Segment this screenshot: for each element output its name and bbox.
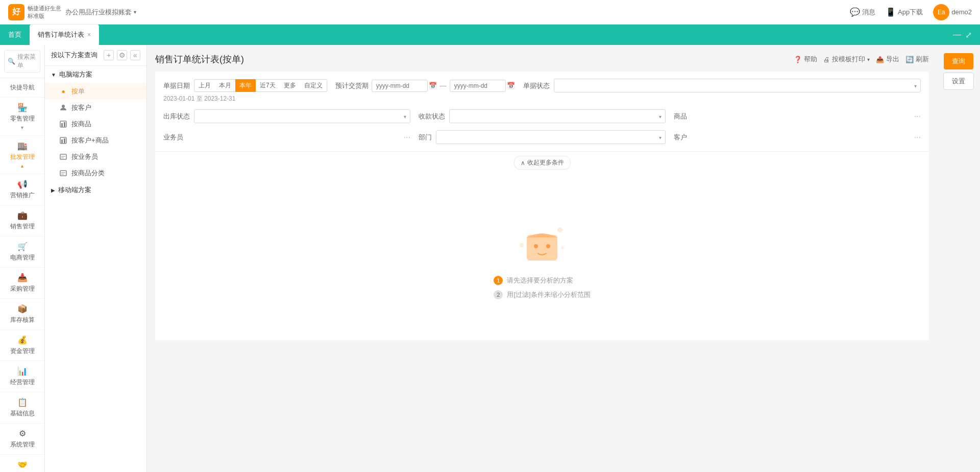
sidebar-item-enterprise[interactable]: 🤝 企业协同: [0, 455, 44, 472]
empty-illustration: [511, 215, 573, 266]
sidebar: 🔍 搜索菜单 快捷导航 🏪 零售管理 ▼ 🏬 批发管理 ▲ 📢 营销推广: [0, 45, 45, 472]
sidebar-item-sales[interactable]: 💼 销售管理: [0, 205, 44, 237]
sales-icon: 💼: [17, 210, 28, 220]
salesperson-more-icon[interactable]: ···: [404, 133, 410, 142]
scheme-panel-actions: + ⚙ «: [104, 50, 140, 60]
scheme-customer-icon: [59, 104, 67, 112]
scheme-item-by-goods[interactable]: 按商品: [45, 116, 146, 132]
empty-tip-2: 2 用[过滤]条件来缩小分析范围: [494, 290, 590, 299]
payment-status-select-wrap: ▾: [449, 109, 666, 123]
date-custom-button[interactable]: 自定义: [300, 79, 327, 92]
sidebar-item-inventory[interactable]: 📦 库存核算: [0, 299, 44, 330]
delivery-date-label: 预计交货期: [335, 81, 369, 90]
tab-home[interactable]: 首页: [0, 25, 30, 45]
export-icon: 📤: [876, 56, 884, 63]
department-select-wrap: ▾: [436, 130, 666, 144]
user-menu[interactable]: Ea demo2: [933, 4, 972, 20]
refresh-icon: 🔄: [905, 56, 914, 63]
sidebar-item-system[interactable]: ⚙ 系统管理: [0, 423, 44, 455]
print-button[interactable]: 🖨 按模板打印 ▾: [823, 55, 870, 64]
settings-button[interactable]: 设置: [943, 73, 974, 90]
enterprise-icon: 🤝: [17, 460, 28, 469]
svg-rect-13: [527, 235, 557, 261]
date-separator: —: [440, 82, 447, 89]
tab-minimize-button[interactable]: —: [953, 30, 961, 39]
scheme-item-by-order[interactable]: ● 按单: [45, 83, 146, 100]
add-scheme-button[interactable]: +: [104, 50, 114, 60]
date-label: 单据日期: [163, 81, 190, 90]
date-last-month-button[interactable]: 上月: [194, 79, 215, 92]
payment-status-select[interactable]: [449, 109, 666, 123]
help-button[interactable]: ❓ 帮助: [794, 55, 817, 64]
date-this-month-button[interactable]: 本月: [215, 79, 235, 92]
tip-text-2: 用[过滤]条件来缩小分析范围: [507, 290, 590, 299]
query-button[interactable]: 查询: [944, 53, 973, 69]
sidebar-item-finance[interactable]: 💰 资金管理: [0, 330, 44, 361]
date-7days-button[interactable]: 近7天: [256, 79, 280, 92]
finance-icon: 💰: [17, 335, 28, 345]
marketing-icon: 📢: [17, 179, 28, 189]
retail-icon: 🏪: [17, 103, 28, 112]
settings-scheme-button[interactable]: ⚙: [117, 50, 127, 60]
sidebar-item-retail[interactable]: 🏪 零售管理 ▼: [0, 98, 44, 136]
svg-point-17: [520, 243, 524, 247]
empty-tip-1: 1 请先选择要分析的方案: [494, 276, 590, 285]
sidebar-item-purchase[interactable]: 📥 采购管理: [0, 268, 44, 299]
date-more-button[interactable]: 更多: [280, 79, 300, 92]
delivery-date-start[interactable]: [372, 80, 428, 92]
doc-status-select[interactable]: [554, 79, 921, 92]
tab-close-icon[interactable]: ×: [87, 31, 91, 38]
category-arrow: ▼: [51, 72, 56, 78]
scheme-item-by-category[interactable]: 按商品分类: [45, 165, 146, 181]
svg-point-16: [557, 227, 562, 232]
svg-point-18: [561, 246, 564, 249]
filter-panel: 单据日期 上月 本月 本年 近7天 更多 自定义: [155, 72, 929, 174]
svg-rect-2: [61, 123, 63, 127]
scheme-category-icon: [59, 169, 67, 177]
main-content: 销售订单统计表(按单) ❓ 帮助 🖨 按模板打印 ▾: [147, 45, 980, 472]
tip-text-1: 请先选择要分析的方案: [507, 276, 573, 285]
search-menu-button[interactable]: 🔍 搜索菜单: [4, 50, 40, 73]
svg-point-0: [62, 105, 65, 108]
sidebar-item-ecommerce[interactable]: 🛒 电商管理: [0, 237, 44, 268]
scheme-item-by-customer[interactable]: 按客户: [45, 100, 146, 116]
mobile-scheme-category: ▶ 移动端方案: [45, 181, 146, 199]
calendar-icon-2: 📅: [507, 82, 515, 89]
collapse-button[interactable]: ∧ 收起更多条件: [514, 156, 571, 170]
filter-row-1: 单据日期 上月 本月 本年 近7天 更多 自定义: [163, 79, 921, 92]
svg-rect-5: [61, 139, 63, 143]
sidebar-quick-nav[interactable]: 快捷导航: [0, 78, 44, 98]
sidebar-item-management[interactable]: 📊 经营管理: [0, 361, 44, 392]
sidebar-item-marketing[interactable]: 📢 营销推广: [0, 174, 44, 205]
ecommerce-icon: 🛒: [17, 242, 28, 251]
message-button[interactable]: 💬 消息: [850, 7, 875, 17]
sidebar-item-basic[interactable]: 📋 基础信息: [0, 392, 44, 423]
shipment-status-select[interactable]: [194, 109, 410, 123]
customer-more-icon[interactable]: ···: [914, 133, 921, 142]
svg-rect-4: [60, 137, 66, 144]
collapse-scheme-button[interactable]: «: [130, 50, 140, 60]
calendar-icon-1: 📅: [429, 82, 437, 89]
sidebar-menu: 🏪 零售管理 ▼ 🏬 批发管理 ▲ 📢 营销推广 💼 销售管理 🛒 电商管理: [0, 98, 44, 472]
tab-sales-order[interactable]: 销售订单统计表 ×: [30, 25, 99, 45]
scheme-item-by-customer-goods[interactable]: 按客户+商品: [45, 132, 146, 149]
date-this-year-button[interactable]: 本年: [235, 79, 256, 92]
tab-maximize-button[interactable]: ⤢: [965, 30, 972, 40]
company-selector[interactable]: 办公用品行业模拟账套 ▾: [65, 8, 136, 17]
desktop-category-header[interactable]: ▼ 电脑端方案: [45, 66, 146, 83]
goods-group: 商品 ···: [674, 112, 921, 121]
mobile-category-header[interactable]: ▶ 移动端方案: [45, 181, 146, 199]
right-buttons-panel: 查询 设置: [937, 45, 980, 472]
app-download-button[interactable]: 📱 App下载: [886, 7, 923, 17]
tip-number-2: 2: [494, 290, 503, 299]
refresh-button[interactable]: 🔄 刷新: [905, 55, 929, 64]
department-select[interactable]: [436, 130, 666, 144]
scheme-item-by-salesperson[interactable]: 按业务员: [45, 149, 146, 165]
delivery-date-end[interactable]: [450, 80, 506, 92]
goods-more-icon[interactable]: ···: [914, 112, 921, 121]
export-button[interactable]: 📤 导出: [876, 55, 899, 64]
main-scroll-area: 销售订单统计表(按单) ❓ 帮助 🖨 按模板打印 ▾: [147, 45, 937, 472]
sidebar-item-wholesale[interactable]: 🏬 批发管理 ▲: [0, 136, 44, 174]
shipment-status-group: 出库状态 ▾: [163, 109, 410, 123]
avatar: Ea: [933, 4, 949, 20]
